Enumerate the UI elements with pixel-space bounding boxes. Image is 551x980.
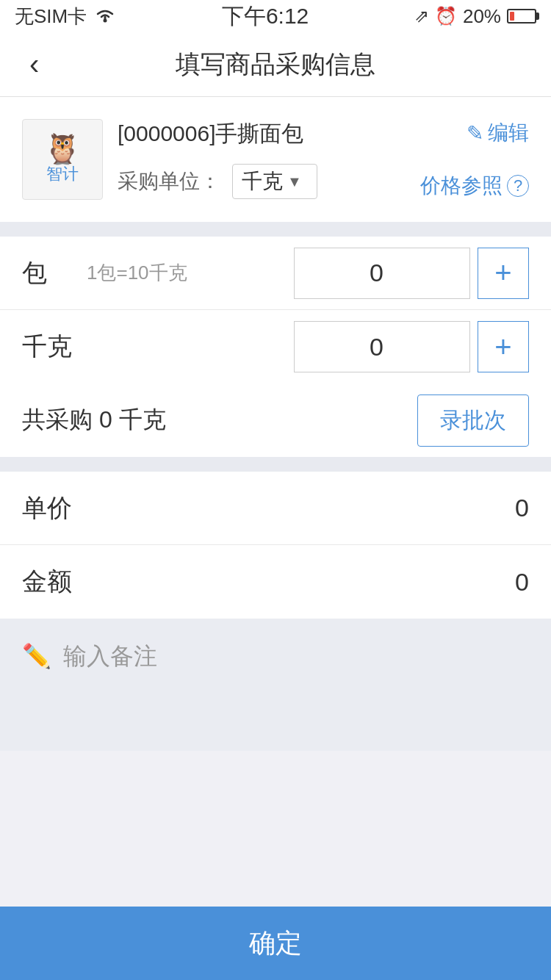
back-button[interactable]: ‹ — [22, 40, 46, 88]
price-ref-button[interactable]: 价格参照 ? — [420, 172, 529, 200]
unit-value: 千克 — [242, 167, 283, 195]
product-logo-owl: 🦉 — [44, 134, 81, 163]
bag-input-control: + — [294, 248, 529, 299]
remark-placeholder: 输入备注 — [63, 641, 157, 673]
edit-label: 编辑 — [488, 119, 529, 147]
amount-row: 金额 0 — [0, 545, 551, 619]
unit-price-row: 单价 0 — [0, 472, 551, 545]
page-title: 填写商品采购信息 — [176, 48, 375, 82]
section-divider-1 — [0, 222, 551, 237]
total-label: 共采购 0 千克 — [22, 404, 417, 436]
kg-input-control: + — [294, 321, 529, 372]
input-section: 包 1包=10千克 + 千克 + — [0, 237, 551, 383]
dropdown-arrow-icon: ▼ — [287, 173, 302, 190]
carrier-text: 无SIM卡 — [15, 4, 87, 29]
bag-label: 包 — [22, 256, 81, 290]
product-logo-text: 智计 — [46, 163, 79, 185]
battery-icon — [507, 9, 536, 24]
pencil-icon: ✏️ — [22, 642, 51, 670]
kg-input-row: 千克 + — [0, 310, 551, 383]
bag-sublabel: 1包=10千克 — [87, 260, 294, 286]
product-card: 🦉 智计 [0000006]手撕面包 采购单位： 千克 ▼ ✎ 编辑 价格参照 … — [0, 97, 551, 222]
amount-value: 0 — [515, 568, 529, 597]
product-id: [0000006] — [118, 121, 215, 145]
status-left: 无SIM卡 — [15, 4, 116, 29]
bag-input-row: 包 1包=10千克 + — [0, 237, 551, 310]
status-time: 下午6:12 — [222, 1, 309, 32]
product-image: 🦉 智计 — [22, 119, 103, 200]
status-right: ⇗ ⏰ 20% — [414, 5, 536, 28]
nav-bar: ‹ 填写商品采购信息 — [0, 32, 551, 97]
edit-button[interactable]: ✎ 编辑 — [467, 119, 529, 147]
location-icon: ⇗ — [414, 6, 429, 26]
battery-percent: 20% — [463, 5, 501, 28]
kg-label: 千克 — [22, 330, 81, 364]
kg-plus-button[interactable]: + — [478, 321, 529, 372]
confirm-button[interactable]: 确定 — [0, 907, 551, 980]
help-icon: ? — [507, 175, 529, 197]
total-row: 共采购 0 千克 录批次 — [0, 383, 551, 457]
edit-icon: ✎ — [467, 121, 483, 145]
kg-input[interactable] — [294, 321, 470, 372]
svg-point-0 — [104, 18, 107, 22]
unit-price-label: 单价 — [22, 491, 515, 525]
status-bar: 无SIM卡 下午6:12 ⇗ ⏰ 20% — [0, 0, 551, 32]
section-divider-2 — [0, 457, 551, 472]
product-title: 手撕面包 — [215, 121, 303, 145]
price-section: 单价 0 金额 0 — [0, 472, 551, 619]
unit-price-value: 0 — [515, 494, 529, 522]
unit-dropdown[interactable]: 千克 ▼ — [232, 164, 317, 199]
bag-input[interactable] — [294, 248, 470, 299]
record-batch-button[interactable]: 录批次 — [417, 394, 529, 447]
alarm-icon: ⏰ — [435, 6, 457, 26]
bag-plus-button[interactable]: + — [478, 248, 529, 299]
remark-section[interactable]: ✏️ 输入备注 — [0, 619, 551, 751]
price-ref-label: 价格参照 — [420, 172, 503, 200]
amount-label: 金额 — [22, 565, 515, 599]
unit-label: 采购单位： — [118, 167, 220, 195]
wifi-icon — [94, 5, 116, 28]
